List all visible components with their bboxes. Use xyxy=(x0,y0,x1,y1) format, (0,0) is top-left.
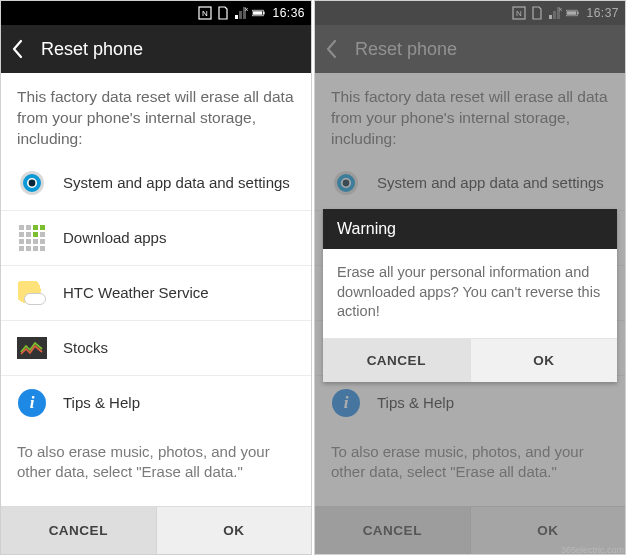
nfc-icon: N xyxy=(198,6,212,20)
svg-text:x: x xyxy=(559,6,562,12)
list-item-label: Tips & Help xyxy=(377,394,454,411)
list-item-label: System and app data and settings xyxy=(63,174,290,191)
weather-icon xyxy=(17,278,47,308)
footer-text: To also erase music, photos, and your ot… xyxy=(315,430,625,483)
system-settings-icon xyxy=(17,168,47,198)
status-bar: N x 16:37 xyxy=(315,1,625,25)
svg-text:x: x xyxy=(245,6,248,12)
svg-point-19 xyxy=(343,179,350,186)
list-item-label: Download apps xyxy=(63,229,166,246)
clock-text: 16:37 xyxy=(586,6,619,20)
back-icon[interactable] xyxy=(325,37,341,61)
svg-rect-5 xyxy=(254,11,263,15)
dialog-body: Erase all your personal information and … xyxy=(323,249,617,338)
list-item-label: System and app data and settings xyxy=(377,174,604,191)
apps-grid-icon xyxy=(17,223,47,253)
info-icon: i xyxy=(331,388,361,418)
svg-text:N: N xyxy=(203,9,209,18)
status-bar: N x 16:36 xyxy=(1,1,311,25)
reset-items-list: System and app data and settings Downloa… xyxy=(1,156,311,430)
dialog-cancel-button[interactable]: CANCEL xyxy=(323,339,470,382)
battery-icon xyxy=(566,6,580,20)
intro-text: This factory data reset will erase all d… xyxy=(315,73,625,150)
cancel-button[interactable]: CANCEL xyxy=(1,507,156,554)
sim-icon xyxy=(530,6,544,20)
list-item: Download apps xyxy=(1,211,311,266)
svg-rect-14 xyxy=(578,12,579,15)
page-title: Reset phone xyxy=(355,39,457,60)
signal-icon: x xyxy=(548,6,562,20)
list-item-label: Tips & Help xyxy=(63,394,140,411)
dialog-ok-button[interactable]: OK xyxy=(470,339,618,382)
phone-screen-right: N x 16:37 Reset phone This factory data … xyxy=(314,0,626,555)
cancel-button[interactable]: CANCEL xyxy=(315,507,470,554)
page-title: Reset phone xyxy=(41,39,143,60)
watermark-text: 365electric.com xyxy=(561,545,624,555)
battery-icon xyxy=(252,6,266,20)
button-bar: CANCEL OK xyxy=(1,506,311,554)
clock-text: 16:36 xyxy=(272,6,305,20)
sim-icon xyxy=(216,6,230,20)
list-item-label: HTC Weather Service xyxy=(63,284,209,301)
action-bar: Reset phone xyxy=(315,25,625,73)
warning-dialog: Warning Erase all your personal informat… xyxy=(323,209,617,382)
list-item: HTC Weather Service xyxy=(1,266,311,321)
list-item: System and app data and settings xyxy=(1,156,311,211)
svg-rect-4 xyxy=(264,12,265,15)
svg-text:N: N xyxy=(517,9,523,18)
svg-point-9 xyxy=(29,179,36,186)
dialog-title: Warning xyxy=(323,209,617,249)
signal-icon: x xyxy=(234,6,248,20)
dialog-button-bar: CANCEL OK xyxy=(323,338,617,382)
action-bar: Reset phone xyxy=(1,25,311,73)
info-icon: i xyxy=(17,388,47,418)
phone-screen-left: N x 16:36 Reset phone This factory data … xyxy=(0,0,312,555)
list-item: i Tips & Help xyxy=(1,376,311,430)
footer-text: To also erase music, photos, and your ot… xyxy=(1,430,311,483)
list-item-label: Stocks xyxy=(63,339,108,356)
nfc-icon: N xyxy=(512,6,526,20)
intro-text: This factory data reset will erase all d… xyxy=(1,73,311,150)
list-item: System and app data and settings xyxy=(315,156,625,211)
stocks-icon xyxy=(17,333,47,363)
list-item: Stocks xyxy=(1,321,311,376)
back-icon[interactable] xyxy=(11,37,27,61)
system-settings-icon xyxy=(331,168,361,198)
svg-rect-15 xyxy=(568,11,577,15)
list-item: i Tips & Help xyxy=(315,376,625,430)
ok-button[interactable]: OK xyxy=(156,507,312,554)
